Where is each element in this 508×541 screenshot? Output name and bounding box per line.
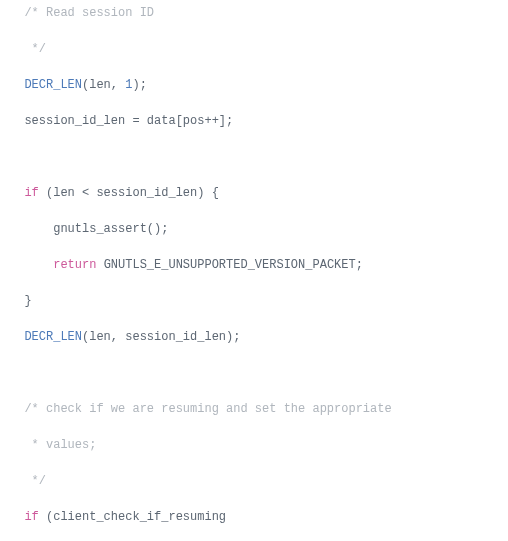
code-line: */ (0, 472, 508, 490)
code-line: /* check if we are resuming and set the … (0, 400, 508, 418)
code-block: /* Read session ID */ DECR_LEN(len, 1); … (0, 4, 508, 541)
code-line: */ (0, 40, 508, 58)
code-line: DECR_LEN(len, session_id_len); (0, 328, 508, 346)
code-line: gnutls_assert(); (0, 220, 508, 238)
code-line: } (0, 292, 508, 310)
code-line: if (client_check_if_resuming (0, 508, 508, 526)
code-line (0, 364, 508, 382)
code-line: session_id_len = data[pos++]; (0, 112, 508, 130)
code-line: * values; (0, 436, 508, 454)
code-line: if (len < session_id_len) { (0, 184, 508, 202)
code-line: /* Read session ID (0, 4, 508, 22)
code-line: DECR_LEN(len, 1); (0, 76, 508, 94)
code-line (0, 148, 508, 166)
code-line: return GNUTLS_E_UNSUPPORTED_VERSION_PACK… (0, 256, 508, 274)
